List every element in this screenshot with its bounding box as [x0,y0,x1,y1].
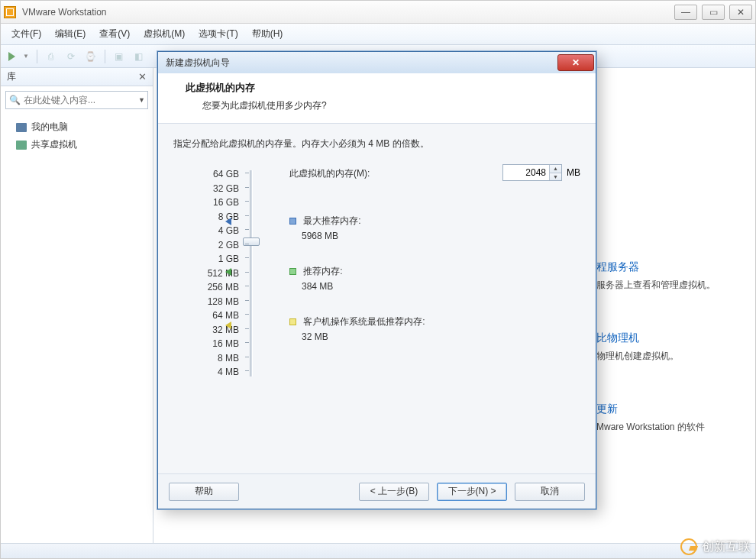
app-icon [4,6,16,18]
search-input-wrap[interactable]: 🔍 ▼ [5,91,148,109]
window-titlebar: VMware Workstation — ▭ ✕ [1,1,755,24]
tile-virtualize-title[interactable]: 比物理机 [596,331,749,345]
menu-edit[interactable]: 编辑(E) [55,27,86,40]
scale-tick: 32 GB [173,182,239,196]
marker-min-icon [225,322,231,329]
watermark-text: 创新互联 [702,539,751,555]
memory-unit: MB [567,167,580,178]
toolbar-separator [105,50,105,63]
scale-tick: 2 GB [173,238,239,253]
power-dropdown-icon[interactable]: ▼ [23,53,29,60]
tile-update-text: Mware Workstation 的软件 [596,421,749,434]
tile-virtualize-text: 物理机创建虚拟机。 [596,350,749,363]
menu-vm[interactable]: 虚拟机(M) [144,27,185,40]
sidebar-title: 库 [7,70,16,83]
menu-view[interactable]: 查看(V) [99,27,130,40]
toolbar-separator [37,50,37,63]
memory-spinner[interactable]: ▲▼ [549,165,561,180]
scale-tick: 4 MB [173,365,239,380]
dialog-header: 此虚拟机的内存 您要为此虚拟机使用多少内存? [158,73,596,124]
dialog-heading: 此虚拟机的内存 [186,81,580,95]
scale-tick: 1 GB [173,252,239,267]
watermark: 创新互联 [680,538,751,555]
shared-icon [16,141,27,150]
scale-tick: 256 MB [173,280,239,295]
reco-rec-label: 推荐内存: [303,266,342,276]
spin-down-icon[interactable]: ▼ [549,173,561,181]
cancel-button[interactable]: 取消 [515,483,585,501]
close-button[interactable]: ✕ [729,5,752,20]
slider-track [250,170,253,376]
help-button[interactable]: 帮助 [169,483,239,501]
memory-input-wrap[interactable]: ▲▼ [502,164,562,181]
snapshot-icon[interactable]: ⎙ [45,50,57,63]
next-button[interactable]: 下一步(N) > [437,483,507,501]
home-tiles: 程服务器 服务器上查看和管理虚拟机。 比物理机 物理机创建虚拟机。 更新 Mwa… [596,221,749,434]
sidebar-header: 库 ✕ [1,68,153,86]
fullscreen-icon[interactable]: ▣ [113,50,125,63]
spin-up-icon[interactable]: ▲ [549,165,561,173]
dialog-titlebar: 新建虚拟机向导 ✕ [158,52,596,73]
scale-tick: 128 MB [173,295,239,309]
tile-remote-title[interactable]: 程服务器 [596,260,749,274]
legend-max-icon [289,218,296,225]
scale-tick: 8 MB [173,351,239,366]
reco-min-value: 32 MB [289,331,425,342]
tree-item-label: 共享虚拟机 [31,138,77,151]
reco-rec-value: 384 MB [289,281,343,292]
power-on-icon[interactable] [8,52,15,61]
manage-icon[interactable]: ⌚ [85,50,97,63]
menu-file[interactable]: 文件(F) [11,27,41,40]
reco-max-label: 最大推荐内存: [303,215,360,226]
slider-thumb[interactable] [243,237,260,246]
minimize-button[interactable]: — [674,5,697,20]
statusbar [1,543,755,558]
memory-input[interactable] [503,165,549,180]
maximize-button[interactable]: ▭ [702,5,725,20]
reco-min-label: 客户机操作系统最低推荐内存: [303,316,425,327]
revert-icon[interactable]: ⟳ [65,50,77,63]
sidebar: 库 ✕ 🔍 ▼ 我的电脑 共享虚拟机 [1,68,153,543]
computer-icon [16,123,27,132]
dialog-close-button[interactable]: ✕ [557,54,594,71]
unity-icon[interactable]: ◧ [133,50,145,63]
memory-slider[interactable] [239,167,267,380]
menubar: 文件(F) 编辑(E) 查看(V) 虚拟机(M) 选项卡(T) 帮助(H) [1,24,755,45]
scale-tick: 64 GB [173,167,239,182]
scale-tick: 16 GB [173,195,239,210]
watermark-icon [680,538,697,555]
tree-item-shared-vm[interactable]: 共享虚拟机 [8,136,145,153]
library-tree: 我的电脑 共享虚拟机 [1,114,153,158]
window-title: VMware Workstation [22,7,674,18]
scale-tick: 4 GB [173,224,239,238]
tile-remote-text: 服务器上查看和管理虚拟机。 [596,279,749,292]
dialog-body: 指定分配给此虚拟机的内存量。内存大小必须为 4 MB 的倍数。 64 GB 32… [158,124,596,473]
search-dropdown-icon[interactable]: ▼ [138,96,145,104]
dialog-title: 新建虚拟机向导 [166,57,557,69]
back-button[interactable]: < 上一步(B) [359,483,429,501]
scale-tick: 64 MB [173,309,239,323]
dialog-subheading: 您要为此虚拟机使用多少内存? [186,99,580,112]
marker-max-icon [225,218,231,225]
legend-rec-icon [289,268,296,275]
menu-tabs[interactable]: 选项卡(T) [199,27,237,40]
menu-help[interactable]: 帮助(H) [252,27,283,40]
legend-min-icon [289,318,296,325]
dialog-footer: 帮助 < 上一步(B) 下一步(N) > 取消 [158,473,596,509]
tree-item-my-computer[interactable]: 我的电脑 [8,118,145,136]
search-icon: 🔍 [9,95,21,105]
tree-item-label: 我的电脑 [31,121,68,134]
search-input[interactable] [24,95,138,105]
dialog-instruction: 指定分配给此虚拟机的内存量。内存大小必须为 4 MB 的倍数。 [173,137,580,150]
tile-update-title[interactable]: 更新 [596,402,749,416]
sidebar-close-icon[interactable]: ✕ [138,71,147,82]
scale-tick: 16 MB [173,337,239,351]
new-vm-wizard-dialog: 新建虚拟机向导 ✕ 此虚拟机的内存 您要为此虚拟机使用多少内存? 指定分配给此虚… [157,51,596,509]
reco-max-value: 5968 MB [289,231,361,241]
marker-recommended-icon [225,268,231,276]
